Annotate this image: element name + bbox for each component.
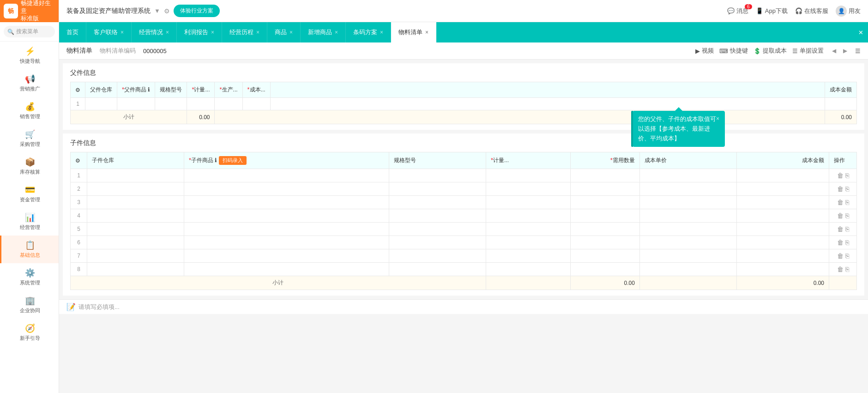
child-cost-amount-cell-6[interactable] xyxy=(737,236,829,249)
child-warehouse-cell-8[interactable] xyxy=(87,263,184,276)
sidebar-item-purchase[interactable]: 🛒 采购管理 xyxy=(0,125,59,152)
delete-row-1[interactable]: 🗑 xyxy=(837,172,844,179)
sidebar-item-sales[interactable]: 💰 销售管理 xyxy=(0,97,59,125)
tab-close-new-goods[interactable]: × xyxy=(335,29,338,36)
child-cost-amount-cell-7[interactable] xyxy=(737,249,829,263)
tab-close-history[interactable]: × xyxy=(256,29,259,36)
tab-bom[interactable]: 物料清单 × xyxy=(391,22,436,42)
child-cost-amount-cell-1[interactable] xyxy=(737,169,829,182)
child-unit-cell-7[interactable] xyxy=(486,249,570,263)
child-unit-price-cell-1[interactable] xyxy=(639,169,736,182)
child-unit-price-cell-8[interactable] xyxy=(639,263,736,276)
child-warehouse-cell-7[interactable] xyxy=(87,249,184,263)
child-warehouse-cell-3[interactable] xyxy=(87,196,184,209)
child-goods-cell-1[interactable] xyxy=(184,169,389,182)
sidebar-item-system[interactable]: ⚙️ 系统管理 xyxy=(0,263,59,291)
list-view-btn[interactable]: ☰ xyxy=(855,48,861,54)
parent-warehouse-cell[interactable] xyxy=(85,98,117,110)
sidebar-search[interactable]: 🔍 搜索菜单 xyxy=(0,22,59,42)
online-service-button[interactable]: 🎧 在线客服 xyxy=(795,7,828,15)
copy-row-6[interactable]: ⎘ xyxy=(845,239,849,246)
sidebar-item-marketing[interactable]: 📢 营销推广 xyxy=(0,69,59,97)
delete-row-8[interactable]: 🗑 xyxy=(837,266,844,273)
child-unit-cell-2[interactable] xyxy=(486,182,570,196)
tab-close-profit[interactable]: × xyxy=(211,29,214,36)
trial-button[interactable]: 体验行业方案 xyxy=(174,5,220,17)
child-spec-cell-4[interactable] xyxy=(389,209,486,223)
child-unit-cell-3[interactable] xyxy=(486,196,570,209)
child-cost-amount-cell-3[interactable] xyxy=(737,196,829,209)
child-warehouse-cell-6[interactable] xyxy=(87,236,184,249)
child-unit-cell-1[interactable] xyxy=(486,169,570,182)
tab-profit[interactable]: 利润报告 × xyxy=(177,22,222,42)
next-page-btn[interactable]: ▶ xyxy=(840,46,850,55)
child-unit-price-cell-6[interactable] xyxy=(639,236,736,249)
child-quantity-cell-7[interactable] xyxy=(570,249,639,263)
child-cost-amount-cell-2[interactable] xyxy=(737,182,829,196)
topbar-dropdown-arrow[interactable]: ▼ xyxy=(154,7,160,14)
copy-row-2[interactable]: ⎘ xyxy=(845,185,849,193)
child-spec-cell-8[interactable] xyxy=(389,263,486,276)
delete-row-6[interactable]: 🗑 xyxy=(837,239,844,246)
tab-goods[interactable]: 商品 × xyxy=(267,22,301,42)
child-unit-cell-5[interactable] xyxy=(486,223,570,236)
copy-row-5[interactable]: ⎘ xyxy=(845,225,849,233)
tab-close-bom[interactable]: × xyxy=(425,29,428,36)
tab-close-operations[interactable]: × xyxy=(166,29,169,36)
sidebar-item-enterprise[interactable]: 🏢 企业协同 xyxy=(0,291,59,319)
tab-history[interactable]: 经营历程 × xyxy=(222,22,267,42)
child-unit-price-cell-5[interactable] xyxy=(639,223,736,236)
tab-customer[interactable]: 客户联络 × xyxy=(86,22,132,42)
tab-new-goods[interactable]: 新增商品 × xyxy=(301,22,346,42)
scan-input-button[interactable]: 扫码录入 xyxy=(219,156,247,165)
child-quantity-cell-4[interactable] xyxy=(570,209,639,223)
child-quantity-cell-5[interactable] xyxy=(570,223,639,236)
app-download-button[interactable]: 📱 App下载 xyxy=(756,7,788,15)
child-goods-cell-4[interactable] xyxy=(184,209,389,223)
sidebar-item-guide[interactable]: 🧭 新手引导 xyxy=(0,319,59,346)
parent-production-cell[interactable] xyxy=(215,98,242,110)
child-spec-cell-1[interactable] xyxy=(389,169,486,182)
child-goods-cell-7[interactable] xyxy=(184,249,389,263)
close-all-tabs[interactable]: ✕ xyxy=(854,22,868,42)
child-col-settings[interactable]: ⚙ xyxy=(71,152,87,169)
tooltip-close-button[interactable]: × xyxy=(716,115,719,123)
settings-button[interactable]: ⚙ xyxy=(164,7,170,15)
delete-row-5[interactable]: 🗑 xyxy=(837,225,844,233)
sidebar-item-inventory[interactable]: 📦 库存核算 xyxy=(0,152,59,180)
parent-cost-cell[interactable] xyxy=(242,98,270,110)
child-spec-cell-6[interactable] xyxy=(389,236,486,249)
parent-unit-cell[interactable] xyxy=(187,98,215,110)
child-warehouse-cell-4[interactable] xyxy=(87,209,184,223)
copy-row-1[interactable]: ⎘ xyxy=(845,172,849,179)
parent-goods-cell[interactable] xyxy=(117,98,155,110)
child-cost-amount-cell-5[interactable] xyxy=(737,223,829,236)
child-goods-cell-2[interactable] xyxy=(184,182,389,196)
child-spec-cell-3[interactable] xyxy=(389,196,486,209)
parent-col-settings[interactable]: ⚙ xyxy=(71,82,85,98)
user-menu[interactable]: 👤 用友 xyxy=(836,6,861,17)
prev-page-btn[interactable]: ◀ xyxy=(829,46,838,55)
delete-row-4[interactable]: 🗑 xyxy=(837,212,844,219)
delete-row-2[interactable]: 🗑 xyxy=(837,185,844,193)
extract-cost-button[interactable]: 💲 提取成本 xyxy=(753,47,787,55)
child-unit-price-cell-3[interactable] xyxy=(639,196,736,209)
tab-close-customer[interactable]: × xyxy=(121,29,124,36)
child-unit-price-cell-7[interactable] xyxy=(639,249,736,263)
child-goods-cell-5[interactable] xyxy=(184,223,389,236)
child-goods-cell-3[interactable] xyxy=(184,196,389,209)
sidebar-item-quick-nav[interactable]: ⚡ 快捷导航 xyxy=(0,42,59,69)
view-video-button[interactable]: ▶ 视频 xyxy=(695,47,714,55)
child-quantity-cell-1[interactable] xyxy=(570,169,639,182)
copy-row-7[interactable]: ⎘ xyxy=(845,252,849,260)
child-cost-amount-cell-8[interactable] xyxy=(737,263,829,276)
child-quantity-cell-3[interactable] xyxy=(570,196,639,209)
child-cost-amount-cell-4[interactable] xyxy=(737,209,829,223)
child-unit-cell-4[interactable] xyxy=(486,209,570,223)
message-button[interactable]: 💬 消息 6 xyxy=(727,7,748,15)
child-unit-price-cell-4[interactable] xyxy=(639,209,736,223)
parent-cost-amount-cell[interactable] xyxy=(825,98,857,110)
copy-row-4[interactable]: ⎘ xyxy=(845,212,849,219)
tab-close-goods[interactable]: × xyxy=(289,29,293,36)
child-warehouse-cell-2[interactable] xyxy=(87,182,184,196)
